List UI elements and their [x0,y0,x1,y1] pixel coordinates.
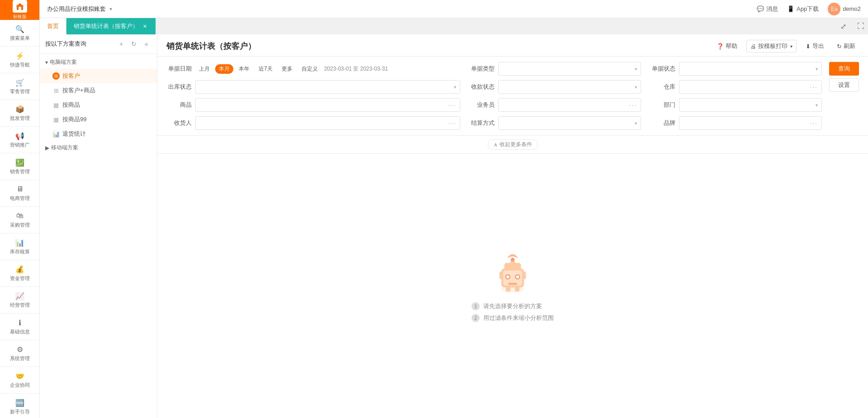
export-icon: ⬇ [806,43,811,50]
help-btn[interactable]: ❓ 帮助 [713,40,741,52]
collapse-up-icon: ∧ [494,142,498,148]
payment-method-select[interactable]: ▾ [498,116,641,130]
add-scheme-btn[interactable]: + [116,39,126,49]
export-btn[interactable]: ⬇ 导出 [802,40,828,52]
sidebar-item-guide-label: 新手引导 [10,408,30,415]
filter-receiver-item: 收货人 ··· [166,116,460,130]
guide-icon: 🆕 [15,398,24,407]
sidebar-item-basic[interactable]: ℹ 基础信息 [0,314,39,340]
refresh-btn[interactable]: ↻ 刷新 [833,40,859,52]
user-profile[interactable]: Ea demo2 [828,3,861,15]
filter-department-item: 部门 ▾ [650,98,822,112]
tab-expand-btn[interactable]: ⤢ [835,22,852,31]
order-status-arrow-icon: ▾ [816,66,818,71]
scheme-group-mobile[interactable]: ▶ 移动端方案 [40,141,157,154]
warehouse-input[interactable]: ··· [679,80,822,94]
scheme-item-by-customer[interactable]: 按 按客户 [40,69,157,83]
page-header: 销货单统计表（按客户） ❓ 帮助 🖨 按模板打印 ▾ ⬇ [157,34,868,57]
main-area: 办公用品行业模拟账套 ▾ 💬 消息 📱 App下载 Ea demo2 首页 [40,0,868,418]
receiver-label: 收货人 [166,119,192,127]
tab-home[interactable]: 首页 [40,18,66,34]
date-tab-last-month[interactable]: 上月 [195,64,213,74]
tip-number-1: 1 [472,302,480,310]
order-type-label: 单据类型 [469,65,495,73]
query-button[interactable]: 查询 [829,62,859,76]
department-select[interactable]: ▾ [679,98,822,112]
sidebar-item-purchase[interactable]: 🛍 采购管理 [0,207,39,233]
sidebar-item-purchase-label: 采购管理 [10,222,30,228]
message-action[interactable]: 💬 消息 [757,5,778,13]
brand-input[interactable]: ··· [679,116,822,130]
tab-sales-report[interactable]: 销货单统计表（按客户） ✕ [66,18,156,34]
export-label: 导出 [812,42,824,50]
sidebar-item-enterprise[interactable]: 🤝 企业协同 [0,367,39,394]
salesperson-input[interactable]: ··· [498,98,641,112]
sidebar-item-nav[interactable]: ⚡ 快捷导航 [0,47,39,73]
sidebar-item-operation[interactable]: 📈 经营管理 [0,287,39,314]
date-tab-7days[interactable]: 近7天 [255,64,276,74]
empty-tip-2: 2 用过滤条件来缩小分析范围 [472,314,554,322]
scheme-item-by-product[interactable]: ▦ 按商品 [40,98,157,112]
sidebar-item-search[interactable]: 🔍 搜索菜单 [0,20,39,47]
enterprise-icon: 🤝 [15,371,24,380]
product-input[interactable]: ··· [195,98,460,112]
sidebar-item-sales[interactable]: 💹 销售管理 [0,153,39,180]
app-download-action[interactable]: 📱 App下载 [787,5,819,13]
product-dots-icon: ··· [448,101,456,109]
sidebar-item-wholesale-label: 批发管理 [10,115,30,122]
order-status-label: 单据状态 [650,65,675,73]
payment-status-select[interactable]: ▾ [498,80,641,94]
sidebar-item-operation-label: 经营管理 [10,302,30,309]
warehouse-dots-icon: ··· [810,83,818,90]
sidebar-item-nav-label: 快捷导航 [10,62,30,68]
receiver-input[interactable]: ··· [195,116,460,130]
order-type-select[interactable]: ▾ [498,62,641,76]
template-print-btn[interactable]: 🖨 按模板打印 ▾ [746,40,797,52]
scheme-group-pc[interactable]: ▾ 电脑端方案 [40,56,157,69]
sidebar-item-finance[interactable]: 💰 资金管理 [0,260,39,287]
left-panel-title: 按以下方案查询 [45,40,86,48]
finance-icon: 💰 [15,265,24,274]
scheme-item-return-stats[interactable]: 📊 退货统计 [40,127,157,141]
order-status-select[interactable]: ▾ [679,62,822,76]
scheme-item-by-product99[interactable]: ▦ 按商品99 [40,112,157,127]
message-icon: 💬 [757,5,764,12]
scheme-return-stats-label: 退货统计 [62,130,86,138]
stock-status-select[interactable]: ▾ [195,80,460,94]
scheme-item-customer-product[interactable]: ⊞ 按客户+商品 [40,83,157,98]
template-print-icon: 🖨 [750,43,756,50]
template-print-label: 按模板打印 [758,42,788,50]
tab-home-label: 首页 [47,22,59,30]
warehouse-label: 仓库 [650,83,675,91]
scheme-by-customer-icon: 按 [52,72,60,80]
sidebar-item-wholesale[interactable]: 📦 批发管理 [0,100,39,127]
sidebar-item-ecommerce[interactable]: 🖥 电商管理 [0,180,39,207]
collapse-panel-btn[interactable]: « [142,39,151,49]
sidebar-item-retail[interactable]: 🛒 零售管理 [0,73,39,100]
sidebar-item-inventory-label: 库存核算 [10,248,30,255]
app-download-label: App下载 [797,5,819,13]
sidebar-item-finance-label: 资金管理 [10,275,30,282]
workspace-dropdown-icon[interactable]: ▾ [109,6,112,12]
date-tab-this-year[interactable]: 本年 [235,64,253,74]
date-tab-more[interactable]: 更多 [278,64,296,74]
date-tab-this-month[interactable]: 本月 [215,64,233,74]
refresh-scheme-btn[interactable]: ↻ [129,39,139,49]
sidebar-item-marketing[interactable]: 📢 营销推广 [0,127,39,153]
tab-close-icon[interactable]: ✕ [141,23,148,30]
left-panel-header: 按以下方案查询 + ↻ « [40,34,157,54]
date-tab-custom[interactable]: 自定义 [298,64,321,74]
sidebar-item-inventory[interactable]: 📊 库存核算 [0,233,39,260]
tab-bar: 首页 销货单统计表（按客户） ✕ ⤢ ⛶ [40,18,868,34]
tip-text-2: 用过滤条件来缩小分析范围 [483,314,554,322]
window-maximize-btn[interactable]: ⛶ [854,22,868,30]
settings-button[interactable]: 设置 [829,78,859,92]
sidebar-item-ecommerce-label: 电商管理 [10,195,30,202]
scheme-by-product99-icon: ▦ [52,116,60,123]
collapse-more-btn[interactable]: ∧ 收起更多条件 [488,139,538,150]
sidebar-item-system[interactable]: ⚙ 系统管理 [0,340,39,367]
sidebar-item-guide[interactable]: 🆕 新手引导 [0,394,39,418]
sidebar-item-retail-label: 零售管理 [10,88,30,95]
message-label: 消息 [766,5,778,13]
scheme-by-product99-label: 按商品99 [62,115,86,124]
